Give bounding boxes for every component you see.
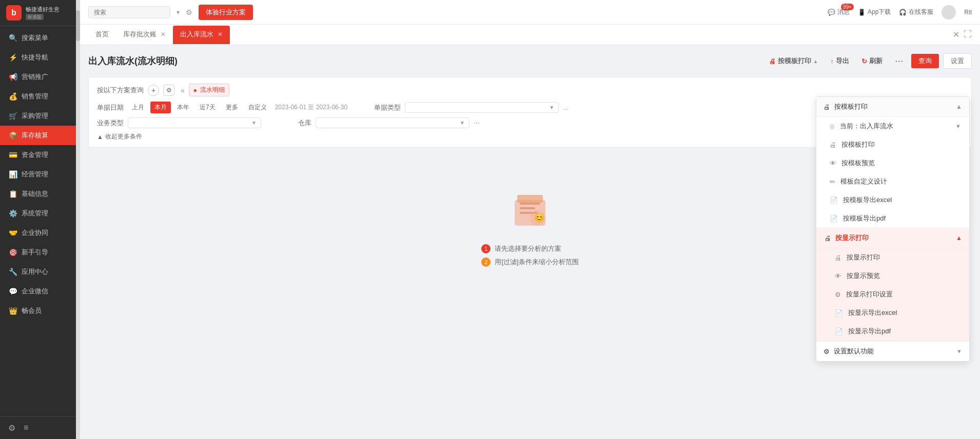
search-collapse-icon[interactable]: « — [181, 86, 185, 94]
sidebar-item-member[interactable]: 👑畅会员 — [0, 301, 76, 321]
sidebar-item-sales[interactable]: 💰销售管理 — [0, 87, 76, 106]
template-item-4[interactable]: 📄按模板导出pdf — [816, 209, 969, 228]
nav-label-operations: 经营管理 — [22, 170, 48, 179]
date-opt-5[interactable]: 自定义 — [244, 102, 271, 113]
filter-tag[interactable]: ● 流水明细 — [189, 84, 229, 96]
tab-batch-account-close[interactable]: ✕ — [161, 31, 166, 38]
warehouse-more[interactable]: ⋯ — [474, 119, 480, 127]
tab-batch-account[interactable]: 库存批次账 ✕ — [116, 26, 173, 44]
brand-tag: 标准版 — [26, 14, 44, 20]
sidebar-item-purchase[interactable]: 🛒采购管理 — [0, 106, 76, 126]
settings-header-icon[interactable]: ⚙ — [186, 8, 192, 16]
online-service-label: 在线客服 — [909, 8, 933, 16]
settings-icon[interactable]: ⚙ — [8, 423, 15, 433]
tab-flow[interactable]: 出入库流水 ✕ — [173, 26, 230, 44]
date-opt-1[interactable]: 本月 — [150, 102, 171, 113]
system-icon: ⚙️ — [8, 209, 17, 218]
date-opt-0[interactable]: 上月 — [128, 102, 148, 113]
dropdown-current-item[interactable]: ◎ 当前：出入库流水 ▼ — [816, 117, 969, 135]
sidebar-item-apps[interactable]: 🔧应用中心 — [0, 262, 76, 282]
tabs-bar: 首页 库存批次账 ✕ 出入库流水 ✕ ✕ ⛶ — [80, 25, 980, 45]
print-template-btn[interactable]: 🖨 按模板打印 ▲ — [765, 54, 822, 68]
sidebar-item-marketing[interactable]: 📢营销推广 — [0, 67, 76, 87]
date-opt-2[interactable]: 本年 — [173, 102, 193, 113]
message-icon-item[interactable]: 💬 消息 99+ — [828, 8, 850, 16]
dropdown-display-section[interactable]: 🖨 按显示打印 ▲ — [816, 228, 969, 248]
tab-expand-btn[interactable]: ⛶ — [964, 30, 972, 39]
date-opt-3[interactable]: 近7天 — [195, 102, 220, 113]
template-item-0[interactable]: 🖨按模板打印 — [816, 135, 969, 154]
display-chevron[interactable]: ▲ — [956, 234, 962, 242]
app-download-item[interactable]: 📱 App下载 — [858, 8, 891, 16]
sidebar-item-wechat[interactable]: 💬企业微信 — [0, 282, 76, 301]
warehouse-select[interactable]: ▼ — [316, 117, 469, 128]
more-actions-icon[interactable]: ⋯ — [895, 56, 903, 66]
search-add-btn[interactable]: + — [148, 85, 159, 96]
query-btn[interactable]: 查询 — [911, 54, 939, 68]
dropdown-footer[interactable]: ⚙ 设置默认功能 ▼ — [816, 341, 969, 361]
sidebar-nav: 🔍搜索菜单⚡快捷导航📢营销推广💰销售管理🛒采购管理📦库存核算💳资金管理📊经营管理… — [0, 26, 76, 416]
menu-icon[interactable]: ≡ — [24, 423, 28, 433]
svg-text:😊: 😊 — [534, 213, 544, 223]
template-item-1[interactable]: 👁按模板预览 — [816, 154, 969, 172]
refresh-btn[interactable]: ↻ 刷新 — [857, 54, 887, 68]
date-field-label: 单据日期 — [97, 103, 124, 112]
display-icon-4: 📄 — [835, 328, 843, 335]
dropdown-header: 🖨 按模板打印 ▲ — [816, 97, 969, 117]
basic-icon: 📋 — [8, 189, 17, 198]
sidebar-item-operations[interactable]: 📊经营管理 — [0, 165, 76, 184]
sidebar-item-guide[interactable]: 🎯新手引导 — [0, 243, 76, 262]
nav-label-wechat: 企业微信 — [22, 287, 48, 296]
sidebar-item-collab[interactable]: 🤝企业协同 — [0, 223, 76, 243]
collab-icon: 🤝 — [8, 228, 17, 237]
current-print-icon: ◎ — [830, 123, 835, 130]
sidebar-item-finance[interactable]: 💳资金管理 — [0, 145, 76, 165]
current-arrow: ▼ — [955, 123, 961, 129]
tab-flow-close[interactable]: ✕ — [218, 31, 223, 38]
nav-label-purchase: 采购管理 — [22, 111, 48, 121]
sidebar-item-inventory[interactable]: 📦库存核算 — [0, 126, 76, 145]
brand-info: 畅捷通好生意 标准版 — [26, 6, 60, 21]
doc-type-select[interactable]: ▼ — [405, 102, 559, 113]
display-item-1[interactable]: 👁按显示预览 — [816, 267, 969, 285]
display-item-2[interactable]: ⚙按显示打印设置 — [816, 285, 969, 304]
display-item-0[interactable]: 🖨按显示打印 — [816, 248, 969, 267]
sales-icon: 💰 — [8, 92, 17, 101]
user-search-input[interactable] — [88, 6, 170, 18]
page-title-row: 出入库流水(流水明细) 🖨 按模板打印 ▲ ↑ 导出 ↻ 刷新 — [88, 53, 972, 69]
display-item-3[interactable]: 📄按显示导出excel — [816, 304, 969, 322]
doc-type-more[interactable]: ... — [563, 104, 568, 111]
display-item-4[interactable]: 📄按显示导出pdf — [816, 322, 969, 341]
collapse-label: 收起更多条件 — [105, 132, 142, 141]
dropdown-arrow[interactable]: ▾ — [177, 9, 180, 16]
template-icon-3: 📄 — [830, 196, 838, 204]
display-icon-0: 🖨 — [835, 254, 841, 262]
marketing-icon: 📢 — [8, 72, 17, 82]
step-1-num: 1 — [481, 244, 491, 253]
export-btn[interactable]: ↑ 导出 — [827, 54, 854, 68]
filter-tag-label: 流水明细 — [200, 86, 225, 94]
nav-label-sales: 销售管理 — [22, 92, 48, 101]
sidebar-item-quick-nav[interactable]: ⚡快捷导航 — [0, 48, 76, 67]
main-area: ▾ ⚙ 体验行业方案 💬 消息 99+ 📱 App下载 🎧 在线客服 — [80, 0, 980, 439]
sidebar-item-system[interactable]: ⚙️系统管理 — [0, 204, 76, 223]
online-service-item[interactable]: 🎧 在线客服 — [899, 8, 933, 16]
user-avatar[interactable] — [942, 5, 956, 19]
dropdown-chevron-up[interactable]: ▲ — [956, 103, 962, 110]
trial-button[interactable]: 体验行业方案 — [199, 5, 253, 20]
tab-close-btn[interactable]: ✕ — [953, 30, 959, 39]
template-item-2[interactable]: ✏模板自定义设计 — [816, 172, 969, 191]
biz-type-select[interactable]: ▼ — [128, 117, 261, 128]
sidebar-scrollbar[interactable] — [76, 0, 80, 439]
sidebar-item-search[interactable]: 🔍搜索菜单 — [0, 28, 76, 48]
sidebar-item-basic[interactable]: 📋基础信息 — [0, 184, 76, 204]
apps-icon: 🔧 — [8, 267, 17, 276]
dropdown-display-items: 🖨按显示打印👁按显示预览⚙按显示打印设置📄按显示导出excel📄按显示导出pdf — [816, 248, 969, 341]
empty-illustration: 😊 — [504, 185, 556, 236]
tab-home[interactable]: 首页 — [88, 26, 116, 44]
settings-btn[interactable]: 设置 — [943, 53, 972, 69]
search-config-btn[interactable]: ⚙ — [163, 85, 174, 96]
collapse-up-icon: ▲ — [97, 133, 103, 141]
template-item-3[interactable]: 📄按模板导出excel — [816, 191, 969, 209]
date-opt-4[interactable]: 更多 — [222, 102, 242, 113]
